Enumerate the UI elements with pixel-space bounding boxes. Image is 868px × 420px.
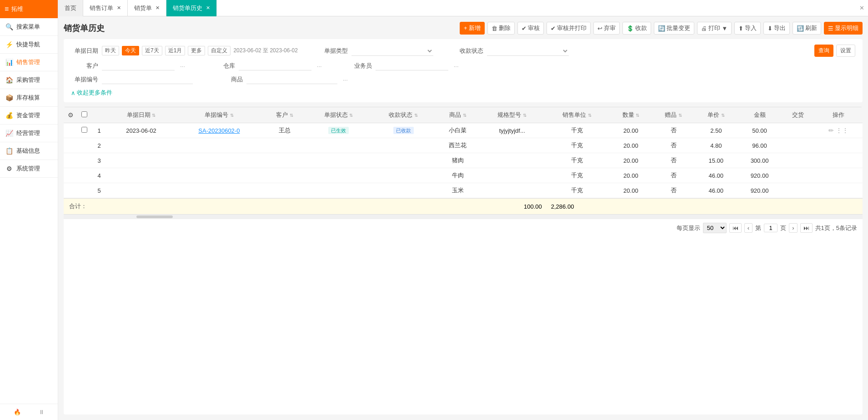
doc-type-select[interactable] <box>351 46 433 56</box>
product-sort-icon[interactable]: ⇅ <box>463 113 467 118</box>
gear-icon[interactable]: ⚙ <box>68 111 74 119</box>
abandon-button[interactable]: ↩ 弃审 <box>593 22 620 35</box>
th-amount[interactable]: 金额 <box>738 107 782 123</box>
warehouse-dots[interactable]: ··· <box>317 63 322 70</box>
cell-price: 2.50 <box>695 123 738 138</box>
sales-mgmt-icon: 📊 <box>5 59 13 66</box>
delete-button[interactable]: 🗑 删除 <box>487 22 515 35</box>
collapse-link[interactable]: ∧ 收起更多条件 <box>71 89 855 97</box>
edit-icon[interactable]: ✏ <box>828 127 834 134</box>
pay-status-select[interactable] <box>487 46 569 56</box>
date-btn-7days[interactable]: 近7天 <box>142 46 162 55</box>
date-btn-1month[interactable]: 近1月 <box>165 46 186 55</box>
tab-sales-history[interactable]: 销货单历史 ✕ <box>166 0 217 16</box>
customer-dots[interactable]: ··· <box>180 63 185 70</box>
th-unit[interactable]: 销售单位 ⇅ <box>545 107 610 123</box>
next-page-button[interactable]: › <box>789 223 797 233</box>
import-button[interactable]: ⬆ 导入 <box>734 22 761 35</box>
th-doc-status-label: 单据状态 <box>324 111 348 118</box>
tab-bar-close-all[interactable]: ✕ <box>859 5 868 11</box>
sidebar-item-search[interactable]: 🔍 搜索菜单 <box>0 18 58 36</box>
th-customer[interactable]: 客户 ⇅ <box>263 107 306 123</box>
page-size-select[interactable]: 50 10 20 100 <box>703 223 727 233</box>
cell-checkbox[interactable] <box>77 168 91 183</box>
tab-home[interactable]: 首页 <box>58 0 83 16</box>
spec-sort-icon[interactable]: ⇅ <box>523 113 527 118</box>
date-btn-today[interactable]: 今天 <box>122 46 139 55</box>
th-spec[interactable]: 规格型号 ⇅ <box>480 107 545 123</box>
unit-sort-icon[interactable]: ⇅ <box>588 113 592 118</box>
doc-number-link[interactable]: SA-20230602-0 <box>198 127 240 134</box>
th-trade[interactable]: 交货 <box>782 107 814 123</box>
sidebar-item-quick-nav[interactable]: ⚡ 快捷导航 <box>0 36 58 54</box>
scrollbar-area[interactable] <box>64 214 863 219</box>
warehouse-input[interactable] <box>239 61 311 70</box>
audit-button[interactable]: ✔ 审核 <box>517 22 544 35</box>
first-page-button[interactable]: ⏮ <box>729 223 742 233</box>
tab-sales-delivery-close[interactable]: ✕ <box>156 5 160 11</box>
th-gift[interactable]: 赠品 ⇅ <box>652 107 695 123</box>
sidebar-item-operation[interactable]: 📈 经营管理 <box>0 125 58 142</box>
collect-button[interactable]: 💲 收款 <box>622 22 651 35</box>
price-sort-icon[interactable]: ⇅ <box>721 113 725 118</box>
sidebar-item-finance[interactable]: 💰 资金管理 <box>0 107 58 125</box>
date-btn-yesterday[interactable]: 昨天 <box>102 46 119 55</box>
sidebar-bottom-icon1[interactable]: 🔥 <box>14 409 21 415</box>
row-checkbox[interactable] <box>81 127 87 133</box>
settings-button[interactable]: 设置 <box>836 45 855 57</box>
cell-checkbox[interactable] <box>77 138 91 153</box>
th-price[interactable]: 单价 ⇅ <box>695 107 738 123</box>
salesperson-dots[interactable]: ··· <box>454 63 459 70</box>
last-page-button[interactable]: ⏭ <box>800 223 813 233</box>
pay-status-sort-icon[interactable]: ⇅ <box>414 113 418 118</box>
date-btn-more[interactable]: 更多 <box>188 46 205 55</box>
th-product[interactable]: 商品 ⇅ <box>436 107 480 123</box>
sidebar-item-basic-info[interactable]: 📋 基础信息 <box>0 142 58 160</box>
th-checkbox[interactable] <box>77 107 91 123</box>
product-dots[interactable]: ··· <box>343 76 348 83</box>
cell-checkbox[interactable] <box>77 183 91 198</box>
doc-number-input[interactable] <box>102 75 193 84</box>
sidebar-item-sales-mgmt[interactable]: 📊 销售管理 <box>0 54 58 71</box>
sidebar-item-inventory[interactable]: 📦 库存核算 <box>0 89 58 107</box>
new-button[interactable]: + 新增 <box>460 22 485 35</box>
date-sort-icon[interactable]: ⇅ <box>152 113 156 118</box>
sidebar-bottom-icon2[interactable]: ⏸ <box>39 409 45 415</box>
prev-page-button[interactable]: ‹ <box>744 223 753 233</box>
th-quantity[interactable]: 数量 ⇅ <box>610 107 652 123</box>
th-doc-status[interactable]: 单据状态 ⇅ <box>306 107 371 123</box>
date-btn-custom[interactable]: 自定义 <box>208 46 231 55</box>
th-date[interactable]: 单据日期 ⇅ <box>107 107 175 123</box>
tab-sales-delivery[interactable]: 销货单 ✕ <box>128 0 166 16</box>
tab-sales-order-close[interactable]: ✕ <box>117 5 121 11</box>
cell-checkbox[interactable] <box>77 123 91 138</box>
page-input[interactable] <box>764 224 778 232</box>
export-button[interactable]: ⬇ 导出 <box>763 22 790 35</box>
query-button[interactable]: 查询 <box>814 45 833 57</box>
select-all-checkbox[interactable] <box>81 111 87 117</box>
scrollbar-thumb[interactable] <box>136 215 173 218</box>
doc-status-sort-icon[interactable]: ⇅ <box>349 113 353 118</box>
more-icon[interactable]: ⋮⋮ <box>836 127 848 134</box>
tab-sales-order[interactable]: 销售订单 ✕ <box>83 0 128 16</box>
product-input[interactable] <box>246 75 337 84</box>
th-pay-status[interactable]: 收款状态 ⇅ <box>371 107 436 123</box>
th-number[interactable]: 单据编号 ⇅ <box>175 107 264 123</box>
cell-checkbox[interactable] <box>77 153 91 168</box>
gift-sort-icon[interactable]: ⇅ <box>678 113 682 118</box>
customer-input[interactable] <box>102 61 175 70</box>
show-detail-button[interactable]: ☰ 显示明细 <box>824 22 863 35</box>
print-button[interactable]: 🖨 打印 ▼ <box>697 22 732 35</box>
number-sort-icon[interactable]: ⇅ <box>230 113 234 118</box>
salesperson-input[interactable] <box>376 61 448 70</box>
table-row: 2 西兰花 千克 20.00 否 4.80 96.00 <box>64 138 863 153</box>
sidebar-item-sys-mgmt[interactable]: ⚙ 系统管理 <box>0 160 58 178</box>
sidebar-item-purchase-mgmt[interactable]: 🏠 采购管理 <box>0 71 58 89</box>
customer-sort-icon[interactable]: ⇅ <box>290 113 293 118</box>
batch-change-button[interactable]: 🔄 批量变更 <box>654 22 694 35</box>
refresh-button[interactable]: 🔃 刷新 <box>793 22 821 35</box>
audit-print-button[interactable]: ✔ 审核并打印 <box>547 22 591 35</box>
quantity-sort-icon[interactable]: ⇅ <box>636 113 639 118</box>
tab-sales-history-close[interactable]: ✕ <box>206 5 210 11</box>
th-gear[interactable]: ⚙ <box>64 107 77 123</box>
